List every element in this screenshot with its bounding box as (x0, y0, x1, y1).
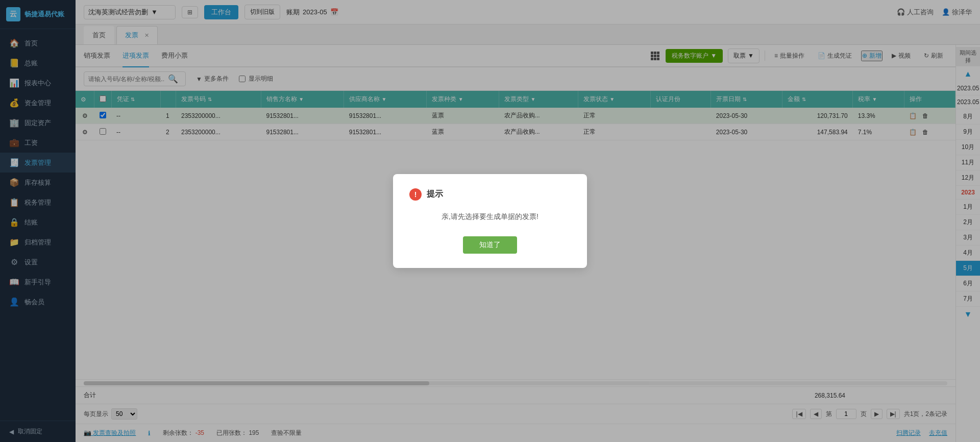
modal-title-text: 提示 (427, 189, 443, 200)
modal-message: 亲,请先选择要生成单据的发票! (409, 211, 571, 222)
modal-overlay: ! 提示 亲,请先选择要生成单据的发票! 知道了 (0, 0, 980, 442)
modal-dialog: ! 提示 亲,请先选择要生成单据的发票! 知道了 (393, 174, 587, 268)
modal-ok-button[interactable]: 知道了 (463, 236, 517, 254)
warning-icon: ! (409, 188, 422, 201)
modal-title: ! 提示 (409, 188, 571, 201)
modal-footer: 知道了 (409, 236, 571, 254)
